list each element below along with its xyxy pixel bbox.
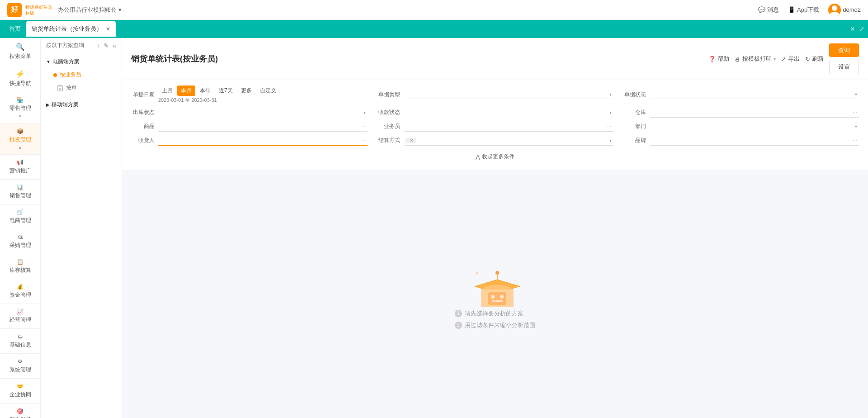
filter-row-2: 出库状态 ▾ 收款状态 ▾ 仓库	[131, 107, 859, 118]
date-filter-field: 单据日期 上月 本月 本年 近7天 更多 自定义 2023-03-01 至 20…	[131, 86, 368, 104]
app-download-label: App下载	[797, 6, 819, 14]
refresh-icon: ↻	[805, 56, 810, 62]
inventory-label: 库存核算	[9, 266, 31, 274]
pc-scheme-title[interactable]: ▼ 电脑端方案	[41, 55, 122, 68]
refresh-label: 刷新	[812, 55, 824, 63]
date-btn-more[interactable]: 更多	[237, 86, 255, 96]
svg-point-1	[830, 12, 839, 16]
payment-method-label: 结算方式	[377, 137, 404, 144]
salesperson-input[interactable]: ···	[404, 121, 613, 132]
date-btn-7days[interactable]: 近7天	[215, 86, 236, 96]
edit-scheme-btn[interactable]: ✎	[104, 42, 109, 49]
print-icon: 🖨	[735, 56, 741, 62]
logo-area: 好 畅捷通好生意 标版	[7, 3, 52, 17]
tip-item-1: 1 请先选择要分析的方案	[455, 308, 535, 319]
filter-row-1: 单据日期 上月 本月 本年 近7天 更多 自定义 2023-03-01 至 20…	[131, 86, 859, 104]
basic-info-icon: 🗂	[18, 333, 23, 340]
sidebar-item-operations[interactable]: 📈 经营管理	[0, 304, 40, 329]
export-btn[interactable]: ↗ 导出	[781, 55, 800, 63]
sidebar-shortcut[interactable]: ⚡ 快捷导航	[0, 65, 40, 92]
mobile-scheme-title[interactable]: ▶ 移动端方案	[41, 98, 122, 111]
breadcrumb-arrow[interactable]: ▾	[118, 6, 122, 13]
date-btn-this-year[interactable]: 本年	[196, 86, 214, 96]
sidebar-item-purchase[interactable]: 🛍 采购管理	[0, 229, 40, 254]
doc-status-select[interactable]: ▾	[650, 90, 859, 99]
payment-tag-close[interactable]: ✕	[410, 138, 413, 143]
goods-input[interactable]: ···	[158, 121, 368, 132]
date-input-group: 上月 本月 本年 近7天 更多 自定义 2023-03-01 至 2023-03…	[158, 86, 368, 104]
settings-btn[interactable]: 设置	[829, 60, 859, 74]
pc-scheme-label: 电脑端方案	[52, 58, 80, 66]
template-print-arrow: ▾	[774, 57, 776, 62]
sidebar-search[interactable]: 🔍 搜索菜单	[0, 38, 40, 65]
add-scheme-btn[interactable]: +	[96, 42, 100, 49]
pay-status-select[interactable]: ▾	[404, 108, 613, 117]
header-right: 💬 消息 📱 App下载 demo2	[758, 4, 861, 16]
scheme-item-salesperson[interactable]: 按业务员	[41, 68, 122, 81]
sidebar-item-finance[interactable]: 💰 资金管理	[0, 279, 40, 304]
tip-text-1: 请先选择要分析的方案	[465, 308, 524, 319]
tab-home-label: 首页	[9, 25, 21, 33]
tip-num-2: 2	[455, 322, 462, 329]
salesperson-label: 业务员	[377, 123, 404, 130]
tab-expand-btn[interactable]: ⤢	[859, 25, 864, 33]
filter-row-3: 商品 ··· 业务员 ··· 部门	[131, 121, 859, 132]
date-btn-last-month[interactable]: 上月	[158, 86, 176, 96]
consignee-field: 收货人 ···	[131, 135, 368, 146]
tip-text-2: 用过滤条件来缩小分析范围	[465, 319, 535, 331]
sidebar-item-wholesale[interactable]: 📦 批发管理 ▲	[0, 124, 40, 155]
help-btn[interactable]: ❓ 帮助	[708, 55, 729, 63]
goods-label: 商品	[131, 123, 158, 130]
app-download-action[interactable]: 📱 App下载	[788, 6, 819, 14]
department-select[interactable]: ▾	[650, 122, 859, 131]
sidebar-item-guide[interactable]: 🎯 新手引导	[0, 404, 40, 418]
payment-method-select[interactable]: ✕ ▾	[404, 136, 613, 146]
collapse-btn[interactable]: ⋀ 收起更多条件	[131, 149, 859, 164]
tab-controls: ✕ ⤢	[850, 25, 864, 33]
svg-rect-10	[488, 292, 506, 305]
refresh-btn[interactable]: ↻ 刷新	[805, 55, 824, 63]
system-icon: ⚙	[18, 358, 23, 365]
out-status-arrow: ▾	[363, 110, 366, 115]
out-status-select[interactable]: ▾	[158, 108, 368, 117]
user-action[interactable]: demo2	[828, 4, 861, 16]
sidebar-item-system[interactable]: ⚙ 系统管理	[0, 354, 40, 379]
tab-close-icon[interactable]: ✕	[106, 26, 110, 32]
date-btn-custom[interactable]: 自定义	[256, 86, 280, 96]
sidebar-item-ecommerce[interactable]: 🛒 电商管理	[0, 204, 40, 229]
tab-sales-stats[interactable]: 销货单统计表（按业务员） ✕	[26, 21, 116, 37]
date-btn-this-month[interactable]: 本月	[177, 86, 195, 96]
search-icon: 🔍	[16, 43, 25, 51]
sidebar-item-marketing[interactable]: 📢 营销推广	[0, 155, 40, 180]
scheme-item-by-doc[interactable]: 按单	[41, 81, 122, 95]
sidebar-item-basic-info[interactable]: 🗂 基础信息	[0, 329, 40, 354]
template-print-btn[interactable]: 🖨 按模板打印 ▾	[735, 55, 776, 63]
consignee-label: 收货人	[131, 137, 158, 144]
doc-type-select[interactable]: ▾	[404, 90, 613, 99]
brand-input[interactable]: ···	[650, 135, 859, 146]
pc-scheme-section: ▼ 电脑端方案 按业务员 按单	[41, 53, 122, 96]
template-print-label: 按模板打印	[742, 55, 772, 63]
sidebar: 🔍 搜索菜单 ⚡ 快捷导航 🏪 零售管理 ▾ 📦 批发管理 ▲ 📢 营销推广 📊…	[0, 38, 41, 418]
department-label: 部门	[623, 123, 650, 130]
purchase-label: 采购管理	[9, 242, 31, 249]
top-header: 好 畅捷通好生意 标版 办公用品行业模拟账套 ▾ 💬 消息 📱 App下载 de…	[0, 0, 868, 20]
out-status-field: 出库状态 ▾	[131, 107, 368, 118]
sidebar-item-inventory[interactable]: 📋 库存核算	[0, 254, 40, 279]
collapse-sidebar-btn[interactable]: «	[113, 42, 116, 49]
tab-home[interactable]: 首页	[4, 22, 26, 36]
tab-bar: 首页 销货单统计表（按业务员） ✕ ✕ ⤢	[0, 20, 868, 38]
empty-tips: 1 请先选择要分析的方案 2 用过滤条件来缩小分析范围	[455, 308, 535, 331]
message-action[interactable]: 💬 消息	[758, 6, 779, 14]
consignee-input[interactable]: ···	[158, 135, 368, 146]
warehouse-input[interactable]: ···	[650, 107, 859, 118]
tab-close-btn[interactable]: ✕	[850, 25, 855, 33]
ecommerce-icon: 🛒	[17, 209, 24, 215]
sidebar-item-cooperation[interactable]: 🤝 企业协同	[0, 379, 40, 404]
sidebar-item-retail[interactable]: 🏪 零售管理 ▾	[0, 92, 40, 124]
svg-rect-13	[492, 300, 503, 302]
query-btn[interactable]: 查询	[829, 43, 859, 57]
tab-sales-stats-label: 销货单统计表（按业务员）	[32, 25, 102, 33]
sidebar-item-sales[interactable]: 📊 销售管理	[0, 180, 40, 204]
phone-icon: 📱	[788, 6, 795, 13]
